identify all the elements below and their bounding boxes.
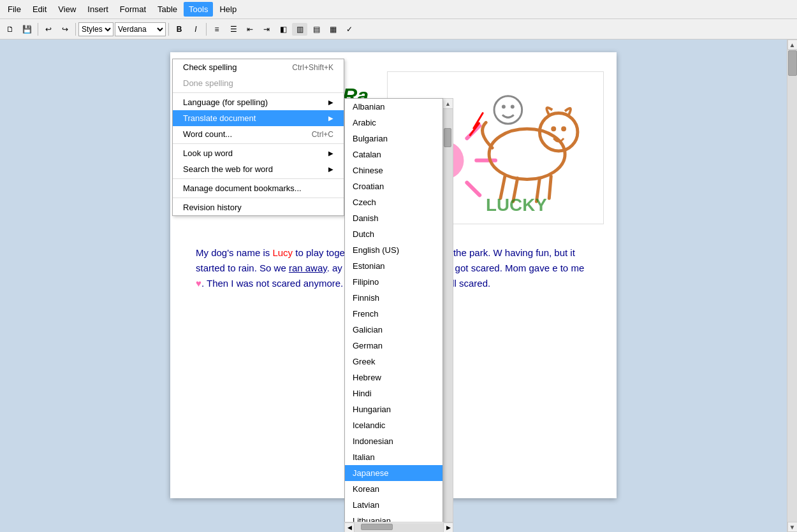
lang-hindi[interactable]: Hindi xyxy=(345,385,443,401)
menu-translate[interactable]: Translate document ▶ xyxy=(173,110,344,126)
font-select[interactable]: Verdana xyxy=(115,22,166,36)
menu-look-up-word-arrow: ▶ xyxy=(328,150,333,157)
lang-latvian[interactable]: Latvian xyxy=(345,497,443,513)
menu-look-up-word-label: Look up word xyxy=(183,148,233,158)
toolbar-list-ordered[interactable]: ≡ xyxy=(209,23,224,36)
lang-hebrew[interactable]: Hebrew xyxy=(345,370,443,385)
menubar-help[interactable]: Help xyxy=(214,2,242,17)
menu-revision-history[interactable]: Revision history xyxy=(173,199,344,215)
submenu-scrollbar[interactable]: ▲ ▼ xyxy=(443,98,453,532)
bottom-scroll-right[interactable]: ▶ xyxy=(443,522,453,533)
right-scrollbar[interactable]: ▲ ▼ xyxy=(787,40,797,532)
bottom-scroll-track[interactable] xyxy=(355,523,443,532)
toolbar-new[interactable]: 🗋 xyxy=(3,23,18,36)
menubar-tools[interactable]: Tools xyxy=(184,2,213,17)
menu-separator-1 xyxy=(173,92,344,93)
menu-search-web-arrow: ▶ xyxy=(328,166,333,173)
submenu-scroll-up[interactable]: ▲ xyxy=(443,99,453,109)
lang-indonesian[interactable]: Indonesian xyxy=(345,433,443,449)
menu-separator-4 xyxy=(173,198,344,198)
menubar-insert[interactable]: Insert xyxy=(82,2,113,17)
menubar-table[interactable]: Table xyxy=(152,2,182,17)
svg-point-13 xyxy=(561,126,566,131)
bottom-scroll-left[interactable]: ◀ xyxy=(344,522,355,533)
menubar-view[interactable]: View xyxy=(53,2,81,17)
scroll-down-arrow[interactable]: ▼ xyxy=(787,522,798,532)
menubar-file[interactable]: File xyxy=(3,2,26,17)
tools-dropdown-menu: Check spelling Ctrl+Shift+K Done spellin… xyxy=(172,59,344,216)
menu-word-count-shortcut: Ctrl+C xyxy=(312,130,333,139)
lang-galician[interactable]: Galician xyxy=(345,322,443,338)
lang-dutch[interactable]: Dutch xyxy=(345,226,443,242)
scrollbar-thumb[interactable] xyxy=(788,50,797,76)
lang-estonian[interactable]: Estonian xyxy=(345,258,443,274)
lang-albanian[interactable]: Albanian xyxy=(345,99,443,115)
toolbar-align-center[interactable]: ▥ xyxy=(292,23,307,36)
menubar: File Edit View Insert Format Table Tools… xyxy=(0,0,797,19)
translate-submenu-container: Albanian Arabic Bulgarian Catalan Chines… xyxy=(344,98,453,532)
menu-check-spelling-label: Check spelling xyxy=(183,62,237,72)
lang-icelandic[interactable]: Icelandic xyxy=(345,417,443,433)
toolbar-list-unordered[interactable]: ☰ xyxy=(226,23,241,36)
toolbar-italic[interactable]: I xyxy=(188,23,203,36)
menu-word-count[interactable]: Word count... Ctrl+C xyxy=(173,126,344,142)
toolbar-justify[interactable]: ▦ xyxy=(325,23,340,36)
lang-czech[interactable]: Czech xyxy=(345,194,443,210)
menu-revision-history-label: Revision history xyxy=(183,203,242,212)
svg-line-17 xyxy=(549,176,551,199)
scrollbar-track[interactable] xyxy=(787,50,798,522)
toolbar-indent-more[interactable]: ⇥ xyxy=(259,23,274,36)
lang-chinese[interactable]: Chinese xyxy=(345,162,443,178)
toolbar-save[interactable]: 💾 xyxy=(19,23,35,36)
toolbar-extra[interactable]: ✓ xyxy=(342,23,357,36)
main-area: LUCKY Ra Day My dog's name is Lucy to pl… xyxy=(0,40,797,532)
menubar-edit[interactable]: Edit xyxy=(27,2,52,17)
lang-catalan[interactable]: Catalan xyxy=(345,147,443,162)
menu-word-count-label: Word count... xyxy=(183,129,232,139)
styles-select[interactable]: Styles xyxy=(78,22,113,36)
menu-translate-arrow: ▶ xyxy=(328,115,333,122)
lang-danish[interactable]: Danish xyxy=(345,210,443,226)
lang-croatian[interactable]: Croatian xyxy=(345,178,443,194)
submenu-scrollbar-thumb[interactable] xyxy=(444,128,451,147)
menu-check-spelling-shortcut: Ctrl+Shift+K xyxy=(292,63,333,72)
lang-greek[interactable]: Greek xyxy=(345,354,443,370)
lang-italian[interactable]: Italian xyxy=(345,449,443,465)
menu-language-label: Language (for spelling) xyxy=(183,97,268,107)
menu-search-web[interactable]: Search the web for word ▶ xyxy=(173,161,344,177)
submenu-bottom-scrollbar[interactable]: ◀ ▶ xyxy=(344,522,453,532)
menu-translate-label: Translate document xyxy=(183,113,256,123)
menu-separator-3 xyxy=(173,178,344,179)
lang-french[interactable]: French xyxy=(345,306,443,322)
menu-manage-bookmarks[interactable]: Manage document bookmarks... xyxy=(173,180,344,196)
toolbar-redo[interactable]: ↪ xyxy=(57,23,73,36)
toolbar-divider-2 xyxy=(75,23,76,36)
menu-manage-bookmarks-label: Manage document bookmarks... xyxy=(183,183,302,193)
lang-bulgarian[interactable]: Bulgarian xyxy=(345,131,443,147)
lang-german[interactable]: German xyxy=(345,338,443,354)
scroll-up-arrow[interactable]: ▲ xyxy=(787,40,798,50)
translate-submenu-scroll[interactable]: Albanian Arabic Bulgarian Catalan Chines… xyxy=(345,99,443,532)
lang-korean[interactable]: Korean xyxy=(345,481,443,497)
toolbar-align-left[interactable]: ◧ xyxy=(275,23,291,36)
toolbar-align-right[interactable]: ▤ xyxy=(309,23,324,36)
lang-filipino[interactable]: Filipino xyxy=(345,274,443,290)
lang-english-us[interactable]: English (US) xyxy=(345,242,443,258)
menu-look-up-word[interactable]: Look up word ▶ xyxy=(173,145,344,161)
toolbar-bold[interactable]: B xyxy=(172,23,187,36)
submenu-scrollbar-track[interactable] xyxy=(443,109,453,532)
toolbar-indent-less[interactable]: ⇤ xyxy=(242,23,258,36)
menu-language[interactable]: Language (for spelling) ▶ xyxy=(173,94,344,110)
menubar-format[interactable]: Format xyxy=(115,2,151,17)
svg-text:LUCKY: LUCKY xyxy=(486,195,547,215)
menu-check-spelling[interactable]: Check spelling Ctrl+Shift+K xyxy=(173,59,344,75)
lang-japanese[interactable]: Japanese xyxy=(345,465,443,481)
bottom-scroll-thumb[interactable] xyxy=(361,524,393,530)
toolbar-undo[interactable]: ↩ xyxy=(41,23,56,36)
menu-done-spelling-label: Done spelling xyxy=(183,78,233,88)
lang-hungarian[interactable]: Hungarian xyxy=(345,401,443,417)
lang-finnish[interactable]: Finnish xyxy=(345,290,443,306)
text-heart: ♥ xyxy=(196,278,201,289)
lang-arabic[interactable]: Arabic xyxy=(345,115,443,131)
text-name: Lucy xyxy=(272,247,293,258)
